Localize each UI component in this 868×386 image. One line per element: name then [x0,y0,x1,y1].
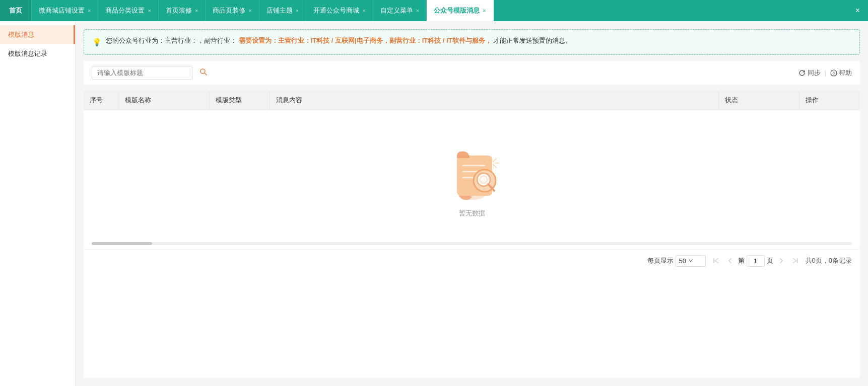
main-content: 💡 您的公众号行业为：主营行业：，副营行业： 需要设置为：主营行业：IT科技 /… [76,21,868,386]
nav-tab-product-decor[interactable]: 商品页装修 × [206,0,259,21]
notice-suffix: 才能正常发送预置的消息。 [493,37,572,44]
sidebar-item-template-msg-record[interactable]: 模版消息记录 [0,44,75,63]
search-icon [199,68,208,76]
custom-menu-label: 自定义菜单 [380,6,413,15]
total-info: 共0页，0条记录 [806,256,852,265]
close-product-decor[interactable]: × [248,8,251,14]
sync-label: 同步 [808,68,821,78]
th-type: 模版类型 [210,91,270,110]
search-area: 同步 | ? 帮助 [84,61,860,85]
page-label-suffix: 页 [767,256,773,265]
notice-box: 💡 您的公众号行业为：主营行业：，副营行业： 需要设置为：主营行业：IT科技 /… [84,29,860,55]
close-template-msg[interactable]: × [483,8,486,14]
close-category-settings[interactable]: × [148,8,151,14]
svg-line-13 [493,159,496,162]
shop-theme-label: 店铺主题 [266,6,293,15]
page-input-wrap: 第 页 [738,255,773,267]
sidebar: 模版消息 模版消息记录 [0,21,76,386]
help-label: 帮助 [839,68,852,78]
close-all-button[interactable]: × [847,0,868,21]
svg-line-15 [493,165,496,168]
sidebar-template-msg-record-label: 模版消息记录 [8,50,47,57]
help-icon: ? [830,69,837,76]
th-content: 消息内容 [270,91,719,110]
main-layout: 模版消息 模版消息记录 💡 您的公众号行业为：主营行业：，副营行业： 需要设置为… [0,21,868,386]
pagination: 每页显示 50 [84,249,860,272]
close-shop-theme[interactable]: × [296,8,299,14]
chevron-down-icon [688,258,693,263]
next-page-button[interactable] [775,255,787,267]
notice-prefix: 您的公众号行业为：主营行业：，副营行业： [106,37,237,44]
nav-tab-home[interactable]: 首页 [0,0,32,21]
sidebar-item-template-msg[interactable]: 模版消息 [0,25,75,44]
nav-tab-template-msg[interactable]: 公众号模版消息 × [427,0,493,21]
search-input[interactable] [92,66,192,80]
sidebar-template-msg-label: 模版消息 [8,31,34,38]
empty-state: 暂无数据 [84,110,860,238]
nav-tab-shop-settings[interactable]: 微商城店铺设置 × [32,0,98,21]
page-size-value: 50 [679,257,686,265]
page-number-input[interactable] [747,255,765,267]
notice-icon: 💡 [92,36,102,48]
search-left [92,66,211,80]
category-settings-label: 商品分类设置 [105,6,145,15]
svg-text:?: ? [833,71,835,75]
template-msg-label: 公众号模版消息 [434,6,480,15]
first-page-icon [713,258,719,264]
page-size-label: 每页显示 [647,256,674,265]
scrollbar-thumb[interactable] [92,242,152,245]
empty-icon [442,140,507,206]
page-navigation: 第 页 [710,255,802,267]
nav-tab-open-mall[interactable]: 开通公众号商城 × [306,0,373,21]
open-mall-label: 开通公众号商城 [313,6,359,15]
home-tab-label: 首页 [9,6,22,15]
nav-tab-shop-theme[interactable]: 店铺主题 × [259,0,306,21]
empty-illustration [442,140,502,201]
th-action: 操作 [799,91,860,110]
page-label-prefix: 第 [738,256,745,265]
scrollbar-area [84,238,860,249]
prev-page-button[interactable] [724,255,736,267]
last-page-button[interactable] [789,255,802,267]
notice-highlight: 需要设置为：主营行业：IT科技 / 互联网|电子商务，副营行业：IT科技 / I… [239,37,492,44]
table-header: 序号 模版名称 模版类型 消息内容 状态 操作 [84,91,860,110]
nav-tab-custom-menu[interactable]: 自定义菜单 × [373,0,427,21]
help-button[interactable]: ? 帮助 [830,68,852,78]
next-page-icon [778,258,784,264]
close-custom-menu[interactable]: × [416,8,419,14]
search-button[interactable] [196,66,211,80]
notice-text: 您的公众号行业为：主营行业：，副营行业： 需要设置为：主营行业：IT科技 / 互… [106,36,572,46]
product-decor-label: 商品页装修 [213,6,245,15]
th-status: 状态 [719,91,799,110]
page-size-select: 每页显示 50 [647,255,706,267]
data-table: 序号 模版名称 模版类型 消息内容 状态 操作 [84,91,860,378]
home-decor-label: 首页装修 [166,6,192,15]
prev-page-icon [727,258,733,264]
search-right: 同步 | ? 帮助 [798,68,852,78]
last-page-icon [792,258,798,264]
refresh-icon [798,69,806,76]
close-home-decor[interactable]: × [195,8,198,14]
scrollbar-track[interactable] [92,242,852,245]
th-index: 序号 [84,91,119,110]
close-shop-settings[interactable]: × [88,8,91,14]
top-nav: 首页 微商城店铺设置 × 商品分类设置 × 首页装修 × 商品页装修 × 店铺主… [0,0,868,21]
empty-text: 暂无数据 [459,209,485,218]
divider: | [825,69,826,76]
close-open-mall[interactable]: × [362,8,365,14]
shop-settings-label: 微商城店铺设置 [39,6,85,15]
nav-tab-category-settings[interactable]: 商品分类设置 × [98,0,158,21]
page-size-dropdown[interactable]: 50 [676,255,706,267]
sync-button[interactable]: 同步 [798,68,821,78]
th-name: 模版名称 [119,91,210,110]
svg-line-1 [205,73,207,75]
first-page-button[interactable] [710,255,722,267]
nav-tab-home-decor[interactable]: 首页装修 × [159,0,206,21]
